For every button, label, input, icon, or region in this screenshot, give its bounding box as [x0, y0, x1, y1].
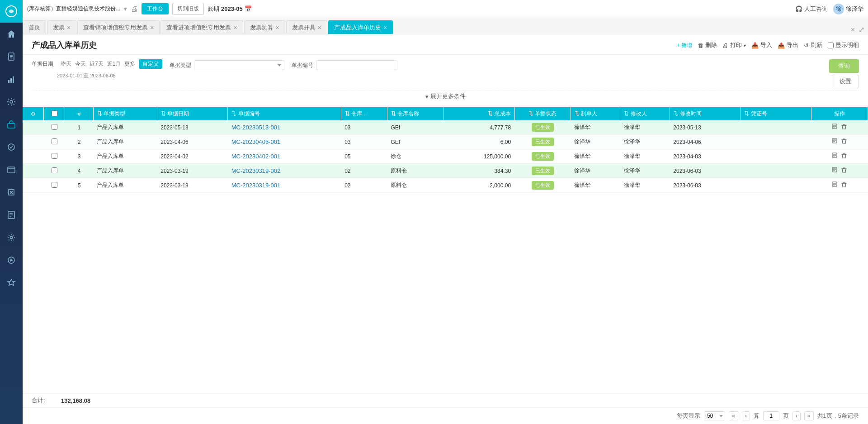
- tab-invoice-close[interactable]: ×: [67, 24, 71, 31]
- sidebar-item-report[interactable]: [0, 204, 23, 226]
- row-delete-button[interactable]: [841, 124, 847, 131]
- col-header-creator[interactable]: ⇅ 制单人: [571, 107, 620, 120]
- tab-check-sales[interactable]: 查看销项增值税专用发票 ×: [77, 20, 160, 34]
- col-header-type[interactable]: ⇅ 单据类型: [93, 107, 157, 120]
- col-header-voucher[interactable]: ⇅ 凭证号: [741, 107, 811, 120]
- row-edit-button[interactable]: [832, 124, 838, 131]
- row-number-link[interactable]: MC-20230406-001: [231, 138, 280, 145]
- today-shortcut[interactable]: 今天: [75, 60, 86, 68]
- prev-page-button[interactable]: ‹: [742, 411, 750, 420]
- period-value: 2023-05: [221, 5, 243, 12]
- select-all-checkbox[interactable]: [52, 110, 57, 116]
- row-no: 2: [65, 135, 94, 149]
- page-size-select[interactable]: 50 20 100: [704, 411, 725, 420]
- row-voucher: [741, 164, 811, 178]
- sidebar-item-tax[interactable]: [0, 181, 23, 204]
- month-shortcut[interactable]: 近1月: [107, 60, 121, 68]
- tab-open-invoice-close[interactable]: ×: [318, 24, 321, 31]
- col-header-warehouse-no[interactable]: ⇅ 仓库...: [341, 107, 387, 120]
- tab-check-purchase[interactable]: 查看进项增值税专用发票 ×: [160, 20, 243, 34]
- tab-product-history-close[interactable]: ×: [383, 24, 387, 31]
- row-number-link[interactable]: MC-20230402-001: [231, 153, 280, 160]
- app-logo[interactable]: [0, 0, 23, 23]
- first-page-button[interactable]: «: [729, 411, 738, 420]
- sidebar-item-doc[interactable]: [0, 45, 23, 68]
- row-number-link[interactable]: MC-20230319-001: [231, 182, 280, 189]
- week-shortcut[interactable]: 近7天: [90, 60, 104, 68]
- sidebar-item-star[interactable]: [0, 272, 23, 294]
- tab-calc-invoice[interactable]: 发票测算 ×: [244, 20, 285, 34]
- query-button[interactable]: 查询: [829, 59, 859, 73]
- row-delete-button[interactable]: [841, 152, 847, 160]
- row-delete-button[interactable]: [841, 167, 847, 175]
- import-button[interactable]: 📥 导入: [751, 41, 772, 49]
- sidebar-item-play[interactable]: [0, 249, 23, 272]
- number-filter-input[interactable]: [316, 60, 397, 70]
- tab-invoice[interactable]: 发票 ×: [47, 20, 76, 34]
- col-header-total[interactable]: ⇅ 总成本: [444, 107, 514, 120]
- delete-button[interactable]: 🗑 删除: [698, 41, 717, 49]
- display-details-switch[interactable]: 显示明细: [828, 41, 859, 49]
- workbench-button[interactable]: 工作台: [142, 3, 169, 14]
- row-checkbox[interactable]: [52, 182, 57, 188]
- row-creator: 徐泽华: [571, 135, 620, 149]
- col-header-modify-time[interactable]: ⇅ 修改时间: [670, 107, 740, 120]
- row-delete-button[interactable]: [841, 181, 847, 189]
- user-menu[interactable]: 徐 徐泽华: [833, 4, 863, 14]
- sidebar-item-gear[interactable]: [0, 226, 23, 249]
- service-button[interactable]: 🎧 人工咨询: [795, 5, 828, 13]
- yesterday-shortcut[interactable]: 昨天: [61, 60, 71, 68]
- type-filter-select[interactable]: 产品入库单: [194, 60, 284, 70]
- row-checkbox[interactable]: [52, 138, 57, 144]
- col-header-settings[interactable]: ⚙: [23, 107, 44, 120]
- sidebar-item-settings[interactable]: [0, 91, 23, 113]
- tab-expand-icon[interactable]: ⤢: [859, 25, 864, 34]
- page-input[interactable]: [763, 411, 779, 420]
- tab-check-purchase-close[interactable]: ×: [233, 24, 237, 31]
- export-button[interactable]: 📤 导出: [778, 41, 798, 49]
- calendar-icon[interactable]: 📅: [245, 5, 252, 12]
- row-edit-button[interactable]: [832, 167, 838, 175]
- tab-open-invoice[interactable]: 发票开具 ×: [286, 20, 327, 34]
- row-delete-button[interactable]: [841, 138, 847, 146]
- more-shortcut[interactable]: 更多: [124, 60, 135, 68]
- company-dropdown-icon[interactable]: ▾: [124, 5, 127, 12]
- sidebar-item-home[interactable]: [0, 23, 23, 45]
- sidebar-item-finance[interactable]: [0, 158, 23, 181]
- row-checkbox[interactable]: [52, 167, 57, 173]
- row-number-link[interactable]: MC-20230319-002: [231, 167, 280, 174]
- tab-home[interactable]: 首页: [23, 20, 46, 34]
- refresh-button[interactable]: ↺ 刷新: [804, 41, 822, 49]
- tab-product-history[interactable]: 产成品入库单历史 ×: [328, 20, 393, 34]
- col-header-number[interactable]: ⇅ 单据编号: [228, 107, 341, 120]
- row-edit-button[interactable]: [832, 152, 838, 160]
- sidebar-item-inventory[interactable]: [0, 113, 23, 136]
- tab-check-sales-close[interactable]: ×: [150, 24, 154, 31]
- sidebar-item-chart[interactable]: [0, 68, 23, 91]
- row-edit-button[interactable]: [832, 181, 838, 189]
- next-page-button[interactable]: ›: [793, 411, 801, 420]
- col-header-checkbox[interactable]: [44, 107, 65, 120]
- custom-shortcut[interactable]: 自定义: [139, 59, 162, 69]
- setting-button[interactable]: 设置: [832, 75, 859, 88]
- col-header-status[interactable]: ⇅ 单据状态: [514, 107, 571, 120]
- col-header-warehouse-name[interactable]: ⇅ 仓库名称: [387, 107, 443, 120]
- expand-more-button[interactable]: ▾ 展开更多条件: [425, 92, 466, 100]
- last-page-button[interactable]: »: [804, 411, 814, 420]
- switch-version-button[interactable]: 切到旧版: [172, 3, 204, 15]
- tab-close-all-icon[interactable]: ×: [851, 26, 855, 34]
- tab-open-invoice-label: 发票开具: [292, 24, 316, 32]
- col-header-date[interactable]: ⇅ 单据日期: [157, 107, 227, 120]
- row-creator: 徐泽华: [571, 149, 620, 164]
- row-number-link[interactable]: MC-20230513-001: [231, 124, 280, 131]
- tab-calc-invoice-close[interactable]: ×: [276, 24, 279, 31]
- print-button[interactable]: 🖨 打印 ▾: [722, 41, 746, 49]
- row-edit-button[interactable]: [832, 138, 838, 146]
- row-type: 产品入库单: [93, 178, 157, 193]
- row-checkbox[interactable]: [52, 153, 57, 159]
- display-details-checkbox[interactable]: [828, 43, 834, 48]
- row-checkbox[interactable]: [52, 124, 57, 130]
- sidebar-item-purchase[interactable]: [0, 136, 23, 158]
- col-header-modifier[interactable]: ⇅ 修改人: [620, 107, 670, 120]
- new-button[interactable]: + 新增: [677, 42, 692, 49]
